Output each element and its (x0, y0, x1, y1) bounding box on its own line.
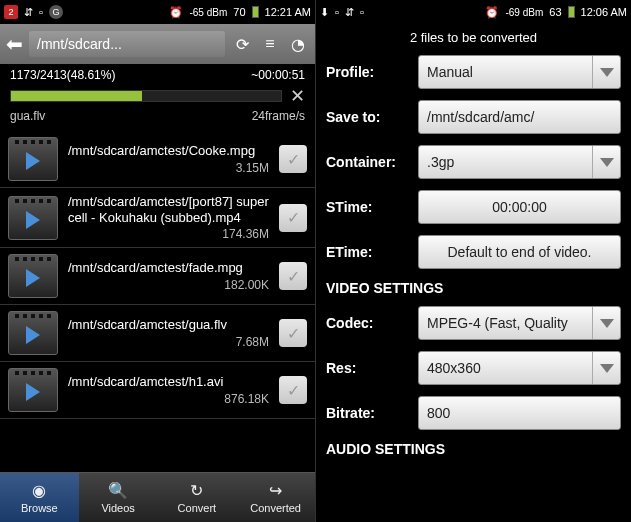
list-item[interactable]: /mnt/sdcard/amctest/[port87] supercell -… (0, 188, 315, 248)
tab-label: Browse (21, 502, 58, 514)
codec-select[interactable]: MPEG-4 (Fast, Quality (418, 306, 621, 340)
status-bar-right: ⬇ ▫ ⇵ ▫ ⏰ -69 dBm 63 12:06 AM (316, 0, 631, 24)
res-select[interactable]: 480x360 (418, 351, 621, 385)
status-bar-left: 2 ⇵ ▫ G ⏰ -65 dBm 70 12:21 AM (0, 0, 315, 24)
tag-icon[interactable]: ◔ (287, 35, 309, 54)
select-checkbox[interactable]: ✓ (279, 376, 307, 404)
saveto-value: /mnt/sdcard/amc/ (427, 109, 534, 125)
etime-label: ETime: (326, 244, 408, 260)
etime-value: Default to end of video. (448, 244, 592, 260)
app-notif-icon: G (49, 5, 63, 19)
bitrate-label: Bitrate: (326, 405, 408, 421)
settings-form: Profile: Manual Save to: /mnt/sdcard/amc… (316, 51, 631, 471)
container-select[interactable]: .3gp (418, 145, 621, 179)
signal-strength: -65 dBm (189, 7, 227, 18)
chevron-down-icon (600, 364, 614, 373)
android-icon: ▫ (360, 6, 364, 18)
bottom-tabs: ◉ Browse 🔍 Videos ↻ Convert ↪ Converted (0, 472, 315, 522)
convert-settings-screen: ⬇ ▫ ⇵ ▫ ⏰ -69 dBm 63 12:06 AM 2 files to… (315, 0, 631, 522)
progress-section: 1173/2413(48.61%) ~00:00:51 ✕ gua.flv 24… (0, 64, 315, 131)
stime-label: STime: (326, 199, 408, 215)
bitrate-input[interactable]: 800 (418, 396, 621, 430)
progress-fill (11, 91, 142, 101)
signal-strength: -69 dBm (505, 7, 543, 18)
select-checkbox[interactable]: ✓ (279, 204, 307, 232)
file-name: /mnt/sdcard/amctest/Cooke.mpg (68, 143, 269, 159)
tab-label: Converted (250, 502, 301, 514)
alarm-icon: ⏰ (169, 6, 183, 19)
chevron-down-icon (600, 68, 614, 77)
video-thumb-icon (8, 137, 58, 181)
toolbar: ⬅ /mnt/sdcard... ⟳ ≡ ◔ (0, 24, 315, 64)
frame-rate: 24frame/s (252, 109, 305, 123)
stime-input[interactable]: 00:00:00 (418, 190, 621, 224)
profile-select[interactable]: Manual (418, 55, 621, 89)
list-item[interactable]: /mnt/sdcard/amctest/h1.avi 876.18K ✓ (0, 362, 315, 419)
saveto-input[interactable]: /mnt/sdcard/amc/ (418, 100, 621, 134)
tab-videos[interactable]: 🔍 Videos (79, 473, 158, 522)
file-list: /mnt/sdcard/amctest/Cooke.mpg 3.15M ✓ /m… (0, 131, 315, 419)
current-file: gua.flv (10, 109, 45, 123)
menu-icon[interactable]: ≡ (259, 35, 281, 53)
container-value: .3gp (427, 154, 454, 170)
tab-label: Convert (178, 502, 217, 514)
profile-value: Manual (427, 64, 473, 80)
res-value: 480x360 (427, 360, 481, 376)
android-icon: ▫ (39, 6, 43, 18)
etime-input[interactable]: Default to end of video. (418, 235, 621, 269)
back-button[interactable]: ⬅ (6, 32, 23, 56)
search-icon: 🔍 (108, 481, 128, 500)
select-checkbox[interactable]: ✓ (279, 319, 307, 347)
file-size: 174.36M (68, 227, 269, 241)
video-thumb-icon (8, 196, 58, 240)
path-display[interactable]: /mnt/sdcard... (29, 31, 225, 57)
file-name: /mnt/sdcard/amctest/h1.avi (68, 374, 269, 390)
battery-level: 63 (549, 6, 561, 18)
refresh-icon[interactable]: ⟳ (231, 35, 253, 54)
usb-icon: ⇵ (345, 6, 354, 19)
video-settings-header: VIDEO SETTINGS (326, 280, 621, 296)
alarm-icon: ⏰ (485, 6, 499, 19)
browse-screen: 2 ⇵ ▫ G ⏰ -65 dBm 70 12:21 AM ⬅ /mnt/sdc… (0, 0, 315, 522)
tab-label: Videos (101, 502, 134, 514)
clock-time: 12:06 AM (581, 6, 627, 18)
file-size: 182.00K (68, 278, 269, 292)
progress-counts: 1173/2413(48.61%) (10, 68, 115, 82)
file-size: 3.15M (68, 161, 269, 175)
video-thumb-icon (8, 254, 58, 298)
select-checkbox[interactable]: ✓ (279, 145, 307, 173)
video-thumb-icon (8, 311, 58, 355)
battery-icon (252, 6, 259, 18)
conversion-count-msg: 2 files to be converted (316, 24, 631, 51)
clock-time: 12:21 AM (265, 6, 311, 18)
list-item[interactable]: /mnt/sdcard/amctest/fade.mpg 182.00K ✓ (0, 248, 315, 305)
file-name: /mnt/sdcard/amctest/fade.mpg (68, 260, 269, 276)
list-item[interactable]: /mnt/sdcard/amctest/Cooke.mpg 3.15M ✓ (0, 131, 315, 188)
converted-icon: ↪ (269, 481, 282, 500)
browse-icon: ◉ (32, 481, 46, 500)
tab-browse[interactable]: ◉ Browse (0, 473, 79, 522)
file-name: /mnt/sdcard/amctest/gua.flv (68, 317, 269, 333)
sd-icon: ▫ (335, 6, 339, 18)
bitrate-value: 800 (427, 405, 450, 421)
profile-label: Profile: (326, 64, 408, 80)
file-size: 876.18K (68, 392, 269, 406)
video-thumb-icon (8, 368, 58, 412)
select-checkbox[interactable]: ✓ (279, 262, 307, 290)
tab-convert[interactable]: ↻ Convert (158, 473, 237, 522)
chevron-down-icon (600, 158, 614, 167)
progress-bar (10, 90, 282, 102)
notification-badge: 2 (4, 5, 18, 19)
audio-settings-header: AUDIO SETTINGS (326, 441, 621, 457)
file-name: /mnt/sdcard/amctest/[port87] supercell -… (68, 194, 269, 225)
container-label: Container: (326, 154, 408, 170)
battery-icon (568, 6, 575, 18)
tab-converted[interactable]: ↪ Converted (236, 473, 315, 522)
download-icon: ⬇ (320, 6, 329, 19)
cancel-progress-button[interactable]: ✕ (290, 85, 305, 107)
file-size: 7.68M (68, 335, 269, 349)
list-item[interactable]: /mnt/sdcard/amctest/gua.flv 7.68M ✓ (0, 305, 315, 362)
codec-label: Codec: (326, 315, 408, 331)
battery-level: 70 (233, 6, 245, 18)
usb-icon: ⇵ (24, 6, 33, 19)
